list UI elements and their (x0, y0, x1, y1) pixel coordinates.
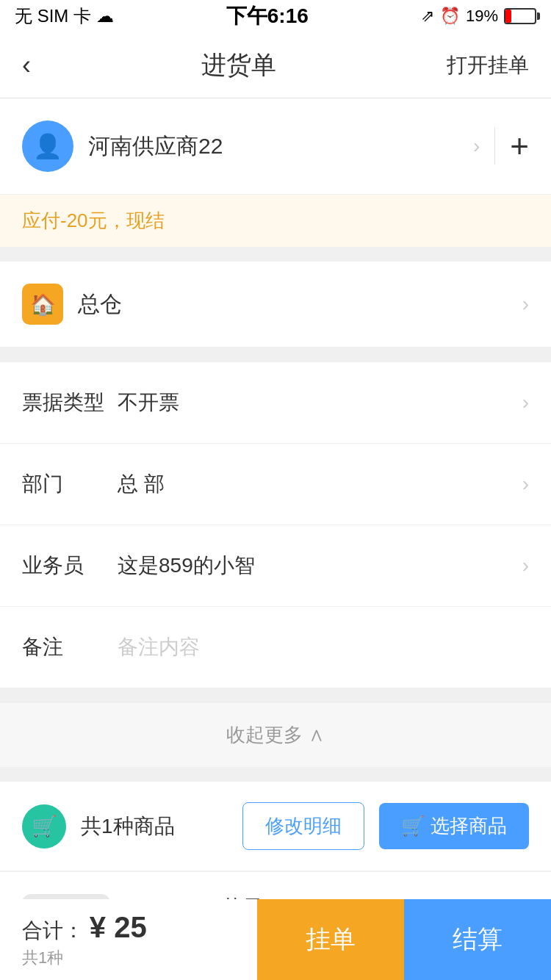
product-header: 🛒 共1种商品 修改明细 🛒 选择商品 (0, 782, 551, 871)
salesperson-row[interactable]: 业务员 这是859的小智 › (0, 525, 551, 607)
remark-label: 备注 (22, 633, 118, 661)
warehouse-card: 🏠 总仓 › (0, 262, 551, 347)
select-product-label: 选择商品 (431, 813, 507, 839)
location-icon: ⇗ (421, 7, 434, 26)
supplier-name: 河南供应商22 (88, 131, 466, 162)
collapse-label: 收起更多 ∧ (226, 724, 324, 746)
total-row: 合计： ¥ 25 (22, 911, 235, 945)
department-label: 部门 (22, 470, 118, 498)
invoice-type-label: 票据类型 (22, 389, 118, 417)
supplier-avatar: 👤 (22, 120, 73, 172)
remark-input[interactable]: 备注内容 (118, 633, 529, 661)
remark-row[interactable]: 备注 备注内容 (0, 607, 551, 688)
chevron-right-icon: › (522, 472, 529, 496)
checkout-button[interactable]: 结算 (404, 899, 551, 980)
warehouse-icon: 🏠 (22, 284, 63, 325)
department-row[interactable]: 部门 总 部 › (0, 444, 551, 525)
product-count-text: 共1种商品 (81, 813, 228, 840)
warehouse-name: 总仓 (78, 289, 515, 320)
alarm-icon: ⏰ (440, 7, 460, 26)
invoice-type-value: 不开票 (118, 389, 515, 417)
warehouse-row[interactable]: 🏠 总仓 › (0, 262, 551, 347)
invoice-type-row[interactable]: 票据类型 不开票 › (0, 362, 551, 444)
open-pending-button[interactable]: 打开挂单 (447, 51, 529, 79)
cart-icon: 🛒 (401, 815, 425, 837)
add-button[interactable]: + (510, 128, 529, 165)
chevron-right-icon: › (522, 391, 529, 414)
edit-detail-button[interactable]: 修改明细 (242, 802, 364, 850)
product-count-icon: 🛒 (22, 804, 66, 849)
salesperson-value: 这是859的小智 (118, 552, 515, 580)
chevron-right-icon: › (522, 292, 529, 316)
collapse-bar[interactable]: 收起更多 ∧ (0, 703, 551, 767)
status-time: 下午6:16 (226, 2, 309, 30)
main-content: 👤 河南供应商22 › + 应付-20元，现结 🏠 总仓 › 票据类型 不开票 … (0, 98, 551, 980)
back-button[interactable]: ‹ (22, 50, 31, 81)
battery-icon (504, 8, 536, 24)
sim-status: 无 SIM 卡 ☁ (15, 4, 114, 28)
department-value: 总 部 (118, 470, 515, 498)
total-section: 合计： ¥ 25 共1种 (0, 911, 257, 969)
supplier-card: 👤 河南供应商22 › + 应付-20元，现结 (0, 98, 551, 247)
chevron-right-icon: › (522, 554, 529, 577)
notice-text: 应付-20元，现结 (22, 209, 165, 231)
total-amount: ¥ 25 (90, 911, 147, 943)
form-card: 票据类型 不开票 › 部门 总 部 › 业务员 这是859的小智 › 备注 备注… (0, 362, 551, 688)
total-count: 共1种 (22, 945, 235, 969)
avatar-icon: 👤 (33, 132, 62, 160)
status-left: 无 SIM 卡 ☁ (15, 4, 114, 28)
notice-bar: 应付-20元，现结 (0, 195, 551, 247)
divider (494, 128, 495, 165)
bottom-bar: 合计： ¥ 25 共1种 挂单 结算 (0, 899, 551, 980)
salesperson-label: 业务员 (22, 552, 118, 580)
status-bar: 无 SIM 卡 ☁ 下午6:16 ⇗ ⏰ 19% (0, 0, 551, 32)
nav-bar: ‹ 进货单 打开挂单 (0, 32, 551, 98)
select-product-button[interactable]: 🛒 选择商品 (379, 803, 529, 849)
count-label: 共1种 (22, 948, 63, 967)
status-right: ⇗ ⏰ 19% (421, 7, 536, 26)
page-title: 进货单 (201, 48, 276, 82)
battery-text: 19% (466, 7, 498, 26)
chevron-right-icon: › (473, 134, 480, 158)
total-label: 合计： (22, 919, 84, 942)
hang-order-button[interactable]: 挂单 (257, 899, 404, 980)
supplier-row[interactable]: 👤 河南供应商22 › + (0, 98, 551, 195)
